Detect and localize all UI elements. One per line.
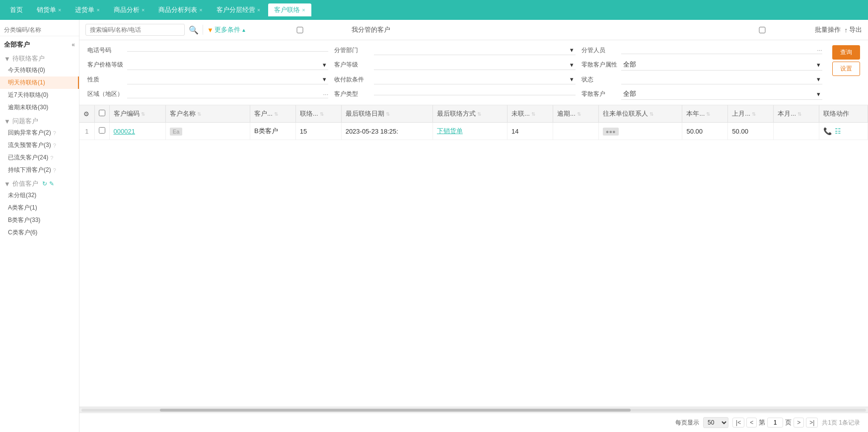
manager-dots[interactable]: ··· [817,46,822,54]
price-level-select[interactable]: ▾ [127,60,328,70]
sidebar-search-input[interactable] [4,26,78,33]
chevron-up-icon: ▲ [241,27,246,33]
sort-name-icon[interactable]: ⇅ [197,111,201,117]
per-page-select[interactable]: 50 100 200 [703,417,728,428]
page-input[interactable] [767,418,783,428]
phone-action-icon[interactable]: 📞 [823,127,832,135]
sidebar-item-churned[interactable]: 已流失客户(24) ? [0,151,79,164]
retail-label: 零散客户 [581,90,621,98]
close-customer-tier-icon[interactable]: × [257,7,260,13]
sidebar-item-overdue-contact[interactable]: 逾期未联络(30) [0,101,79,114]
edit-icon[interactable]: ✎ [49,180,54,187]
select-all-checkbox[interactable] [99,110,105,116]
th-code-label: 客户编码 [114,109,140,118]
nav-product-analysis[interactable]: 商品分析 × [108,3,150,16]
close-purchase-order-icon[interactable]: × [96,7,99,13]
customer-code-link[interactable]: 000021 [114,128,135,135]
sort-uncontacted-icon[interactable]: ⇅ [531,111,535,117]
first-page-btn[interactable]: |< [732,418,744,428]
sidebar-collapse-btn[interactable]: « [72,41,75,48]
sidebar-item-today-contact[interactable]: 今天待联络(0) [0,64,79,76]
grid-action-icon[interactable]: ☷ [835,127,841,135]
group-title-value[interactable]: ▼ 价值客户 ↻ ✎ [0,176,79,189]
help-icon-declining: ? [53,167,56,173]
last-page-btn[interactable]: >| [806,418,818,428]
batch-ops-check[interactable] [713,27,812,33]
td-code: 000021 [109,123,165,140]
sidebar-item-class-c[interactable]: C类客户(6) [0,226,79,239]
sidebar-item-class-a[interactable]: A类客户(1) [0,202,79,214]
nav-home[interactable]: 首页 [4,3,29,16]
query-button[interactable]: 查询 [832,45,860,60]
close-sales-order-icon[interactable]: × [58,7,61,13]
filter-row-1: 电话号码 分管部门 ▾ 分管人员 [87,45,822,55]
sort-overdue-icon[interactable]: ⇅ [577,111,581,117]
group-title-problem[interactable]: ▼ 问题客户 [0,114,79,127]
all-customers-label: 全部客户 [4,40,30,49]
more-conditions-label: 更多条件 [215,25,240,34]
region-dots[interactable]: ··· [323,90,328,98]
customer-level-select[interactable]: ▾ [374,60,575,70]
nav-customer-contact[interactable]: 客户联络 × [268,3,311,16]
td-overdue [553,123,598,140]
th-this-month-label: 本月... [778,109,796,118]
filter-field-region: 区域（地区） ··· [87,90,328,98]
setting-button[interactable]: 设置 [832,62,860,76]
my-customers-checkbox[interactable]: 我分管的客户 [250,25,390,34]
settings-icon[interactable]: ⚙ [83,110,89,118]
nature-label: 性质 [87,75,127,84]
th-contact-count: 联络... ⇅ [295,105,341,123]
sort-type-icon[interactable]: ⇅ [274,111,278,117]
sidebar-item-class-b[interactable]: B类客户(33) [0,214,79,226]
sort-last-month-icon[interactable]: ⇅ [752,111,756,117]
contact-method-link[interactable]: 下销货单 [437,127,463,135]
next-page-btn[interactable]: > [794,418,804,428]
nav-product-analysis-list[interactable]: 商品分析列表 × [152,3,208,16]
sort-contact-person-icon[interactable]: ⇅ [650,111,653,117]
horizontal-scrollbar[interactable] [79,407,868,413]
td-uncontacted: 14 [507,123,553,140]
payment-select[interactable]: ▾ [374,74,575,84]
nature-select[interactable]: ▾ [127,74,328,84]
nav-sales-order[interactable]: 销货单 × [31,3,67,16]
prev-page-btn[interactable]: < [746,418,757,428]
close-customer-contact-icon[interactable]: × [302,7,305,13]
sort-last-contact-method-icon[interactable]: ⇅ [477,111,481,117]
row-checkbox[interactable] [99,127,105,134]
batch-ops-btn[interactable]: 批量操作 [713,25,841,34]
dept-select[interactable]: ▾ [374,45,575,55]
search-button[interactable]: 🔍 [189,25,199,35]
pagination-bar: 每页显示 50 100 200 |< < 第 页 > >| 共1页 1条记录 [79,413,868,432]
sidebar-item-tomorrow-contact[interactable]: 明天待联络(1) [0,76,79,89]
refresh-icon[interactable]: ↻ [42,180,47,187]
sidebar-item-declining[interactable]: 持续下滑客户(2) ? [0,164,79,176]
sidebar-item-7days-contact[interactable]: 近7天待联络(0) [0,89,79,101]
export-btn[interactable]: ↑ 导出 [845,25,863,34]
my-customers-check[interactable] [250,27,350,33]
nav-purchase-order[interactable]: 进货单 × [69,3,105,16]
sort-code-icon[interactable]: ⇅ [141,111,145,117]
close-product-analysis-list-icon[interactable]: × [199,7,202,13]
retail-attr-select[interactable]: 全部 ▾ [621,59,822,71]
customer-type-select[interactable] [374,93,575,95]
nav-customer-tier[interactable]: 客户分层经营 × [211,3,266,16]
sort-this-year-icon[interactable]: ⇅ [706,111,710,117]
sort-contact-count-icon[interactable]: ⇅ [320,111,324,117]
search-input[interactable] [85,24,185,36]
total-info: 共1页 1条记录 [822,419,860,427]
close-product-analysis-icon[interactable]: × [142,7,145,13]
group-title-pending[interactable]: ▼ 待联络客户 [0,51,79,64]
sort-last-contact-date-icon[interactable]: ⇅ [386,111,390,117]
sidebar-item-ungrouped[interactable]: 未分组(32) [0,189,79,202]
th-last-contact-date-label: 最后联络日期 [346,109,384,118]
manager-label: 分管人员 [581,46,621,55]
sidebar-item-repurchase-abnormal[interactable]: 回购异常客户(2) ? [0,127,79,139]
retail-select[interactable]: 全部 ▾ [621,88,822,100]
sidebar-item-churn-warning[interactable]: 流失预警客户(3) ? [0,139,79,151]
sort-this-month-icon[interactable]: ⇅ [797,111,801,117]
status-select[interactable]: ▾ [621,74,822,84]
more-conditions-btn[interactable]: ▼ 更多条件 ▲ [207,25,246,34]
retail-attr-chevron: ▾ [817,61,820,69]
phone-input[interactable] [127,49,328,52]
customer-name-masked: Ea [170,128,182,136]
